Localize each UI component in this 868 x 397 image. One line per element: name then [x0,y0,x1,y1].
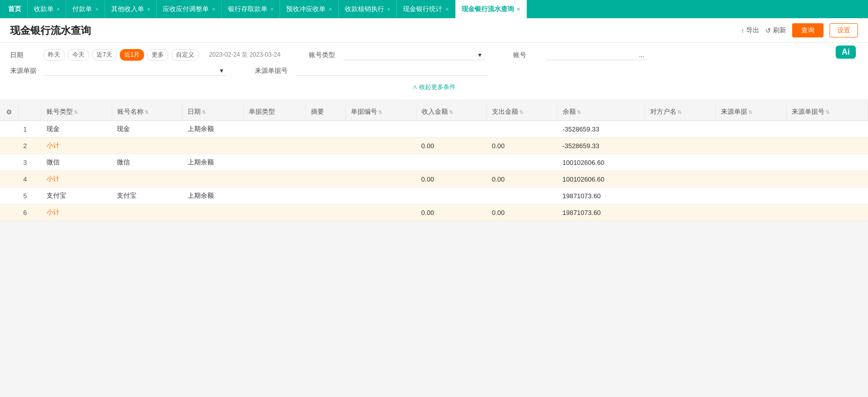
source-doc-label: 来源单据 [10,66,36,75]
filter-area: 日期 昨天 今天 近7天 近1月 更多 自定义 2023-02-24 至 202… [0,43,868,100]
settings-button[interactable]: 设置 [830,23,858,37]
export-icon: ↑ [741,27,745,34]
collapse-icon: ∧ [413,83,418,91]
source-doc-no-input[interactable] [296,66,488,76]
nav-tab-payment[interactable]: 付款单 × [66,0,105,18]
source-doc-select[interactable]: ▾ [44,66,226,76]
date-btn-7days[interactable]: 近7天 [92,49,117,61]
collapse-row[interactable]: ∧ 收起更多条件 [10,81,858,94]
chevron-down-icon: ▾ [220,67,223,74]
table-container: ⚙ 账号类型⇅ 账号名称⇅ 日期⇅ 单据类型 摘要 单据编号⇅ 收入金额⇅ 支出… [0,103,868,221]
col-source-doc[interactable]: 来源单据⇅ [715,103,786,121]
close-icon[interactable]: × [329,6,332,12]
col-counterparty[interactable]: 对方户名⇅ [645,103,716,121]
account-select[interactable]: ... [546,50,648,60]
page-title: 现金银行流水查询 [10,24,91,37]
date-btn-yesterday[interactable]: 昨天 [43,49,65,61]
query-button[interactable]: 查询 [792,23,824,37]
nav-tab-advance-offset[interactable]: 预收冲应收单 × [280,0,338,18]
date-btn-more[interactable]: 更多 [147,49,168,61]
col-expense[interactable]: 支出金额⇅ [487,103,558,121]
gear-icon[interactable]: ⚙ [6,108,12,116]
table-row: 5支付宝支付宝上期余额19871073.60 [0,188,868,204]
nav-tab-ar-ap-adjust[interactable]: 应收应付调整单 × [157,0,221,18]
close-icon[interactable]: × [517,6,520,12]
date-btn-custom[interactable]: 自定义 [171,49,199,61]
col-source-doc-no[interactable]: 来源单据号⇅ [786,103,867,121]
col-doc-no[interactable]: 单据编号⇅ [346,103,417,121]
table-header-row: ⚙ 账号类型⇅ 账号名称⇅ 日期⇅ 单据类型 摘要 单据编号⇅ 收入金额⇅ 支出… [0,103,868,121]
date-label: 日期 [10,51,35,60]
nav-tab-collection-verify[interactable]: 收款核销执行 × [339,0,397,18]
date-options: 昨天 今天 近7天 近1月 更多 自定义 [43,49,199,61]
close-icon[interactable]: × [387,6,390,12]
col-account-name[interactable]: 账号名称⇅ [112,103,182,121]
top-nav: 首页 收款单 × 付款单 × 其他收入单 × 应收应付调整单 × 银行存取款单 … [0,0,868,18]
col-no [18,103,41,121]
nav-tab-bank-deposit[interactable]: 银行存取款单 × [222,0,280,18]
chevron-down-icon: ▾ [478,51,482,59]
nav-tab-receipt[interactable]: 收款单 × [28,0,66,18]
date-range: 2023-02-24 至 2023-03-24 [209,51,280,59]
close-icon[interactable]: × [57,6,60,12]
header-actions: ↑ 导出 ↺ 刷新 查询 设置 [741,23,858,37]
account-type-label: 账号类型 [309,51,335,60]
close-icon[interactable]: × [445,6,448,12]
nav-tab-home[interactable]: 首页 [2,0,28,18]
table-row: 6小计0.000.0019871073.60 [0,204,868,221]
collapse-label: 收起更多条件 [419,83,455,91]
close-icon[interactable]: × [270,6,273,12]
page-header: 现金银行流水查询 ↑ 导出 ↺ 刷新 查询 设置 [0,18,868,43]
nav-tab-other-income[interactable]: 其他收入单 × [105,0,157,18]
table-row: 3微信微信上期余额100102606.60 [0,154,868,171]
col-income[interactable]: 收入金额⇅ [416,103,487,121]
source-doc-no-label: 来源单据号 [255,66,288,75]
filter-row-2: 来源单据 ▾ 来源单据号 [10,66,858,76]
refresh-icon: ↺ [765,27,771,34]
date-btn-today[interactable]: 今天 [68,49,89,61]
col-date[interactable]: 日期⇅ [182,103,244,121]
close-icon[interactable]: × [147,6,150,12]
col-account-type[interactable]: 账号类型⇅ [41,103,112,121]
gear-col-header: ⚙ [0,103,18,121]
ellipsis-icon: ... [639,51,645,59]
export-button[interactable]: ↑ 导出 [741,26,760,35]
col-summary: 摘要 [306,103,346,121]
ai-button[interactable]: Ai [836,46,856,59]
account-label: 账号 [513,51,538,60]
table-row: 1现金现金上期余额-3528659.33 [0,121,868,138]
nav-tab-cash-bank-stat[interactable]: 现金银行统计 × [397,0,455,18]
filter-row-1: 日期 昨天 今天 近7天 近1月 更多 自定义 2023-02-24 至 202… [10,49,858,61]
data-table: ⚙ 账号类型⇅ 账号名称⇅ 日期⇅ 单据类型 摘要 单据编号⇅ 收入金额⇅ 支出… [0,103,868,221]
refresh-button[interactable]: ↺ 刷新 [765,26,786,35]
col-balance[interactable]: 余额⇅ [557,103,645,121]
col-doc-type: 单据类型 [244,103,306,121]
nav-tab-cash-bank-flow[interactable]: 现金银行流水查询 × [455,0,527,18]
account-type-select[interactable]: ▾ [343,50,485,60]
table-row: 2小计0.000.00-3528659.33 [0,138,868,154]
table-row: 4小计0.000.00100102606.60 [0,171,868,188]
date-btn-1month[interactable]: 近1月 [120,49,145,61]
close-icon[interactable]: × [212,6,215,12]
close-icon[interactable]: × [95,6,98,12]
